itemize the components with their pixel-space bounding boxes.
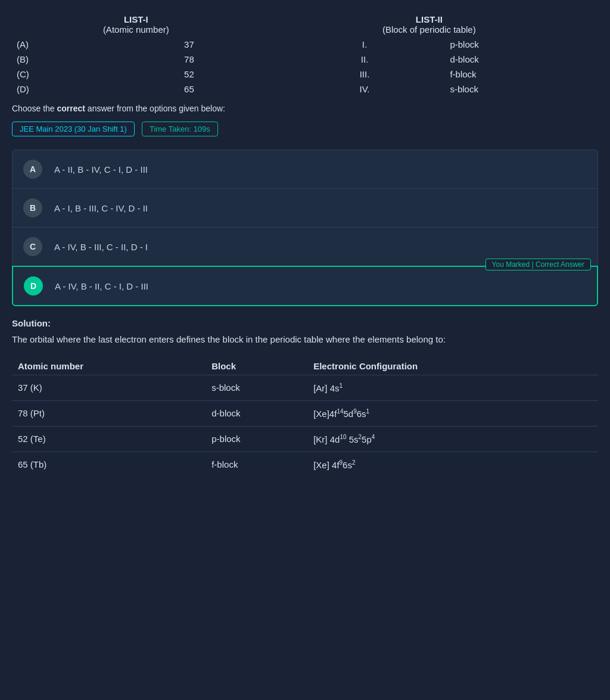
sol-config: [Xe] 4f96s2 [307,452,598,477]
sol-config: [Ar] 4s1 [307,375,598,400]
sol-atomic: 52 (Te) [12,426,206,452]
exam-tag: JEE Main 2023 (30 Jan Shift 1) [12,122,135,136]
solution-section: Solution: The orbital where the last ele… [12,318,598,477]
option-text-C: A - IV, B - III, C - II, D - I [54,242,148,252]
list2-header: LIST-II [416,14,443,24]
row-key: (A) [12,37,87,52]
sol-config: [Xe]4f145d96s1 [307,400,598,426]
sol-atomic: 65 (Tb) [12,452,206,477]
solution-description: The orbital where the last electron ente… [12,333,598,347]
option-badge-C: C [23,237,42,256]
solution-heading: Solution: [12,318,598,328]
row-numeral: I. [260,37,438,52]
col-block: Block [206,357,307,375]
solution-table: Atomic number Block Electronic Configura… [12,357,598,477]
row-value1: 65 [87,82,260,97]
question-list-table: LIST-I (Atomic number) LIST-II (Block of… [12,12,598,97]
solution-row: 52 (Te) p-block [Kr] 4d10 5s25p4 [12,426,598,452]
tags-row: JEE Main 2023 (30 Jan Shift 1) Time Take… [12,122,598,136]
option-text-D: A - IV, B - II, C - I, D - III [55,281,148,291]
col-atomic: Atomic number [12,357,206,375]
list-row: (A) 37 I. p-block [12,37,598,52]
list1-subheader: (Atomic number) [103,24,169,35]
list-row: (C) 52 III. f-block [12,67,598,82]
option-text-A: A - II, B - IV, C - I, D - III [54,164,148,175]
row-key: (B) [12,52,87,67]
solution-row: 65 (Tb) f-block [Xe] 4f96s2 [12,452,598,477]
option-badge-D: D [24,276,43,295]
list-row: (D) 65 IV. s-block [12,82,598,97]
option-badge-B: B [23,198,42,217]
option-text-B: A - I, B - III, C - IV, D - II [54,203,148,213]
sol-block: p-block [206,426,307,452]
sol-block: f-block [206,452,307,477]
row-value1: 78 [87,52,260,67]
row-value2: d-block [438,52,598,67]
option-item[interactable]: B A - I, B - III, C - IV, D - II [12,188,598,227]
instruction-text: Choose the correct answer from the optio… [12,104,598,113]
options-list: A A - II, B - IV, C - I, D - III B A - I… [12,150,598,306]
option-badge-A: A [23,160,42,179]
you-marked-label: You Marked | Correct Answer [485,259,591,270]
row-value1: 52 [87,67,260,82]
list1-header: LIST-I [124,14,148,24]
sol-atomic: 37 (K) [12,375,206,400]
sol-block: d-block [206,400,307,426]
sol-atomic: 78 (Pt) [12,400,206,426]
list2-subheader: (Block of periodic table) [382,24,476,35]
row-numeral: II. [260,52,438,67]
row-numeral: III. [260,67,438,82]
solution-row: 78 (Pt) d-block [Xe]4f145d96s1 [12,400,598,426]
list-row: (B) 78 II. d-block [12,52,598,67]
row-numeral: IV. [260,82,438,97]
row-value1: 37 [87,37,260,52]
sol-block: s-block [206,375,307,400]
col-config: Electronic Configuration [307,357,598,375]
solution-row: 37 (K) s-block [Ar] 4s1 [12,375,598,400]
row-value2: f-block [438,67,598,82]
time-tag: Time Taken: 109s [142,122,218,136]
option-item[interactable]: A A - II, B - IV, C - I, D - III [12,150,598,188]
sol-config: [Kr] 4d10 5s25p4 [307,426,598,452]
row-value2: s-block [438,82,598,97]
row-key: (D) [12,82,87,97]
row-value2: p-block [438,37,598,52]
option-item[interactable]: You Marked | Correct Answer D A - IV, B … [12,266,598,306]
row-key: (C) [12,67,87,82]
